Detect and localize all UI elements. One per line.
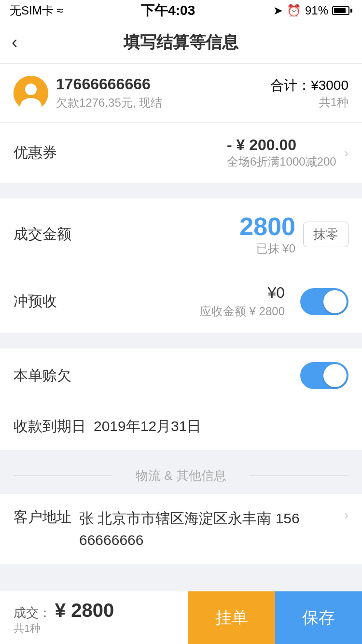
- total-label: 合计：: [270, 78, 311, 93]
- status-left: 无SIM卡 ≈: [10, 3, 63, 18]
- status-time: 下午4:03: [141, 1, 195, 20]
- coupon-info: - ¥ 200.00 全场6折满1000减200: [227, 136, 336, 169]
- prepay-sub: 应收金额 ¥ 2800: [200, 304, 285, 319]
- bottom-amount: ¥ 2800: [55, 600, 114, 621]
- svg-point-1: [25, 84, 37, 95]
- alarm-icon: ⏰: [287, 4, 301, 17]
- coupon-row[interactable]: 优惠券 - ¥ 200.00 全场6折满1000减200 ›: [0, 122, 362, 183]
- user-left: 17666666666 欠款1276.35元, 现结: [14, 75, 162, 111]
- address-section: 客户地址 张 北京市市辖区海淀区永丰南 156 66666666 ›: [0, 494, 362, 564]
- back-button[interactable]: ‹: [12, 32, 17, 53]
- user-details: 17666666666 欠款1276.35元, 现结: [56, 75, 162, 111]
- due-date-label: 收款到期日: [14, 417, 86, 436]
- content-area: 17666666666 欠款1276.35元, 现结 合计：¥3000 共1种 …: [0, 64, 362, 644]
- amount-section: 成交金额 2800 已抹 ¥0 抹零 冲预收 ¥0 应收金额 ¥ 2800: [0, 198, 362, 333]
- total-count: 共1种: [270, 95, 348, 110]
- total-label-value: 合计：¥3000: [270, 76, 348, 95]
- save-button[interactable]: 保存: [275, 591, 362, 644]
- prepay-value: ¥0: [267, 284, 285, 302]
- logistics-line-left: [14, 476, 112, 476]
- due-date-row: 收款到期日 2019年12月31日: [0, 403, 362, 450]
- status-bar: 无SIM卡 ≈ 下午4:03 ➤ ⏰ 91%: [0, 0, 362, 21]
- deal-amount-right: 2800 已抹 ¥0 抹零: [239, 212, 348, 256]
- user-info-card: 17666666666 欠款1276.35元, 现结 合计：¥3000 共1种 …: [0, 64, 362, 183]
- chevron-right-icon: ›: [344, 145, 348, 161]
- sim-status: 无SIM卡 ≈: [10, 3, 63, 18]
- hang-button[interactable]: 挂单: [188, 591, 275, 644]
- coupon-desc: 全场6折满1000减200: [227, 154, 336, 169]
- section-divider-1: [0, 191, 362, 198]
- battery-icon: [332, 6, 352, 15]
- bottom-count: 共1种: [14, 621, 175, 636]
- deal-amount-label: 成交金额: [14, 224, 71, 244]
- coupon-right: - ¥ 200.00 全场6折满1000减200 ›: [227, 136, 348, 169]
- bottom-deal-label: 成交：: [14, 605, 51, 620]
- bottom-deal-row: 成交： ¥ 2800: [14, 600, 175, 621]
- coupon-label: 优惠券: [14, 143, 57, 163]
- section-divider-2: [0, 341, 362, 349]
- debt-toggle-knob: [323, 364, 347, 387]
- nav-bar: ‹ 填写结算等信息: [0, 21, 362, 64]
- toggle-knob: [323, 290, 347, 313]
- debt-toggle[interactable]: [300, 362, 348, 389]
- battery-percent: 91%: [305, 4, 328, 17]
- address-value: 张 北京市市辖区海淀区永丰南 156 66666666: [71, 507, 340, 551]
- location-icon: ➤: [273, 4, 283, 17]
- deal-amount-value: 2800: [239, 212, 295, 241]
- logistics-line-right: [250, 476, 348, 476]
- debt-section: 本单赊欠 收款到期日 2019年12月31日: [0, 349, 362, 450]
- address-row[interactable]: 客户地址 张 北京市市辖区海淀区永丰南 156 66666666 ›: [0, 494, 362, 564]
- logistics-divider: 物流 & 其他信息: [0, 458, 362, 494]
- user-info-row: 17666666666 欠款1276.35元, 现结 合计：¥3000 共1种: [0, 64, 362, 122]
- debt-label: 本单赊欠: [14, 366, 71, 386]
- page-title: 填写结算等信息: [124, 31, 238, 54]
- total-value: ¥3000: [311, 78, 348, 93]
- avatar: [14, 76, 48, 111]
- due-date-value: 2019年12月31日: [94, 417, 201, 436]
- prepay-toggle[interactable]: [300, 288, 348, 315]
- coupon-discount: - ¥ 200.00: [227, 136, 336, 154]
- address-label: 客户地址: [14, 507, 71, 527]
- deal-amount-sub: 已抹 ¥0: [239, 241, 295, 256]
- avatar-icon: [14, 76, 48, 111]
- logistics-label: 物流 & 其他信息: [136, 467, 226, 484]
- user-subtitle: 欠款1276.35元, 现结: [56, 95, 162, 111]
- prepay-right: ¥0 应收金额 ¥ 2800: [200, 284, 348, 319]
- status-right: ➤ ⏰ 91%: [273, 4, 352, 17]
- user-phone: 17666666666: [56, 75, 162, 93]
- user-total: 合计：¥3000 共1种: [270, 76, 348, 110]
- deal-amount-info: 2800 已抹 ¥0: [239, 212, 295, 256]
- address-chevron-icon: ›: [344, 507, 348, 523]
- bottom-bar: 成交： ¥ 2800 共1种 挂单 保存: [0, 591, 362, 644]
- prepay-label: 冲预收: [14, 292, 57, 311]
- debt-row: 本单赊欠: [0, 349, 362, 403]
- round-button[interactable]: 抹零: [303, 222, 348, 247]
- prepay-info: ¥0 应收金额 ¥ 2800: [200, 284, 285, 319]
- bottom-summary: 成交： ¥ 2800 共1种: [0, 600, 188, 636]
- prepay-row: 冲预收 ¥0 应收金额 ¥ 2800: [0, 270, 362, 333]
- deal-amount-row: 成交金额 2800 已抹 ¥0 抹零: [0, 198, 362, 270]
